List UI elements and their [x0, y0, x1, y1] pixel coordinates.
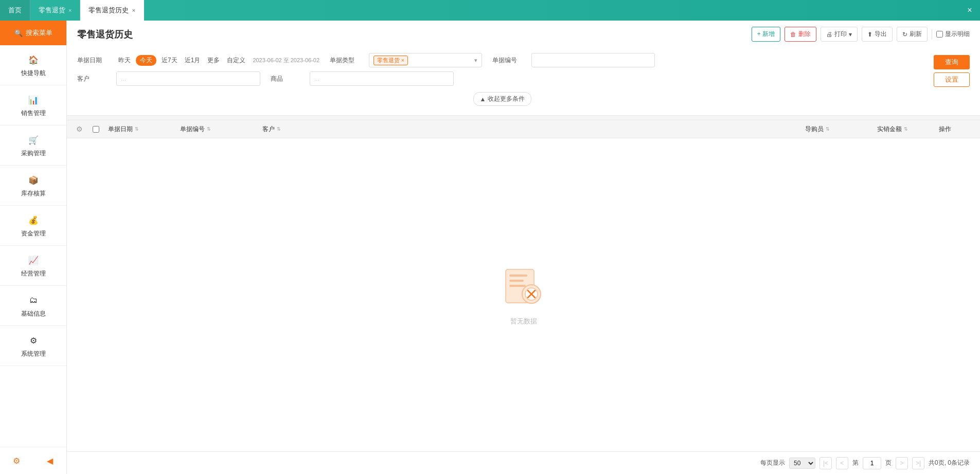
date-shortcut-1month[interactable]: 近1月 [183, 55, 203, 66]
sidebar-item-operations[interactable]: 📈 经营管理 [0, 246, 66, 286]
filter-bill-no-input[interactable] [531, 53, 655, 67]
content-area: 零售退货历史 + 新增 🗑 删除 🖨 打印 ▾ ⬆ [67, 21, 980, 474]
sidebar-item-sales-label: 销售管理 [21, 109, 46, 118]
empty-state: 暂无数据 [67, 138, 980, 451]
customer-placeholder: ... [121, 75, 126, 82]
th-guide[interactable]: 导购员 ⇅ [801, 125, 873, 134]
sidebar-item-purchase-label: 采购管理 [21, 149, 46, 158]
first-page-button[interactable]: |< [819, 457, 832, 469]
sidebar-item-inventory-label: 库存核算 [21, 189, 46, 198]
page-input[interactable] [863, 457, 881, 469]
basic-info-icon: 🗂 [26, 293, 41, 307]
empty-text: 暂无数据 [510, 317, 537, 326]
filter-bill-no-label: 单据编号 [492, 56, 528, 65]
bill-type-tag-label: 零售退货 [377, 57, 400, 64]
bill-type-dropdown-arrow: ▾ [474, 57, 477, 64]
refresh-button-label: 刷新 [910, 30, 922, 39]
delete-button[interactable]: 🗑 删除 [785, 27, 816, 42]
toolbar: + 新增 🗑 删除 🖨 打印 ▾ ⬆ 导出 [752, 27, 970, 42]
filter-settings-button[interactable]: 设置 [934, 72, 970, 87]
bill-type-tag[interactable]: 零售退货 × [373, 56, 408, 65]
th-bill-no-label: 单据编号 [180, 125, 205, 134]
last-page-button[interactable]: >| [912, 457, 924, 469]
th-amount[interactable]: 实销金额 ⇅ [873, 125, 935, 134]
table-settings-icon[interactable]: ⚙ [71, 125, 87, 133]
total-text: 共0页, 0条记录 [929, 459, 970, 467]
window-close-button[interactable]: × [959, 0, 980, 21]
filter-goods-select[interactable]: ... [310, 71, 454, 86]
new-button[interactable]: + 新增 [752, 27, 780, 42]
tab-retail-return[interactable]: 零售退货 × [30, 0, 80, 21]
sidebar-item-system[interactable]: ⚙ 系统管理 [0, 326, 66, 366]
date-shortcut-more[interactable]: 更多 [205, 55, 222, 66]
finance-icon: 💰 [26, 213, 41, 227]
filter-goods-label: 商品 [271, 75, 307, 83]
sidebar-item-basic-info[interactable]: 🗂 基础信息 [0, 286, 66, 326]
export-icon: ⬆ [867, 31, 872, 38]
print-button[interactable]: 🖨 打印 ▾ [821, 27, 858, 42]
date-range-text: 2023-06-02 至 2023-06-02 [253, 57, 319, 64]
date-shortcut-7days[interactable]: 近7天 [159, 55, 180, 66]
th-bill-no-sort-icon: ⇅ [207, 126, 211, 132]
th-customer-label: 客户 [262, 125, 275, 134]
export-button[interactable]: ⬆ 导出 [862, 27, 893, 42]
show-detail-checkbox[interactable] [936, 31, 943, 38]
table-header: ⚙ 单据日期 ⇅ 单据编号 ⇅ 客户 ⇅ 导购员 ⇅ [67, 120, 980, 138]
per-page-select[interactable]: 20 50 100 200 [789, 458, 815, 469]
tab-retail-return-history-close[interactable]: × [132, 7, 135, 13]
filter-date-field: 单据日期 昨天 今天 近7天 近1月 更多 自定义 2023-06-02 至 2… [77, 55, 319, 66]
th-operate-label: 操作 [939, 125, 951, 134]
date-shortcut-custom[interactable]: 自定义 [225, 55, 247, 66]
sidebar: 🔍 搜索菜单 🏠 快捷导航 📊 销售管理 🛒 采购管理 📦 库存核算 💰 资金管… [0, 21, 67, 474]
th-guide-label: 导购员 [805, 125, 824, 134]
filter-bill-type-field: 单据类型 零售退货 × ▾ [330, 53, 482, 67]
filter-bill-type-select[interactable]: 零售退货 × ▾ [369, 53, 482, 67]
filter-row-1: 单据日期 昨天 今天 近7天 近1月 更多 自定义 2023-06-02 至 2… [77, 53, 928, 67]
tab-home[interactable]: + 新增 首页 [0, 0, 30, 21]
th-date-sort-icon: ⇅ [135, 126, 139, 132]
next-page-button[interactable]: > [896, 457, 908, 469]
th-bill-no[interactable]: 单据编号 ⇅ [176, 125, 258, 134]
tab-retail-return-label: 零售退货 [39, 6, 65, 15]
empty-state-icon [498, 264, 549, 311]
table-select-all-checkbox[interactable] [87, 126, 104, 133]
query-button[interactable]: 查询 [934, 55, 970, 69]
sidebar-collapse-btn[interactable]: ◀ [42, 452, 58, 469]
th-date[interactable]: 单据日期 ⇅ [104, 125, 176, 134]
sidebar-item-finance[interactable]: 💰 资金管理 [0, 206, 66, 246]
select-all-checkbox[interactable] [93, 126, 99, 133]
tab-home-text: 首页 [8, 6, 22, 15]
sidebar-item-inventory[interactable]: 📦 库存核算 [0, 166, 66, 206]
delete-button-label: 删除 [798, 30, 811, 39]
svg-rect-2 [509, 280, 524, 282]
tab-retail-return-close[interactable]: × [68, 7, 72, 13]
sidebar-search[interactable]: 🔍 搜索菜单 [0, 21, 66, 45]
collapse-filter-button[interactable]: ▲ 收起更多条件 [473, 92, 532, 106]
nav-icon: 🏠 [26, 52, 41, 67]
th-operate: 操作 [935, 125, 976, 134]
collapse-icon: ▲ [480, 96, 486, 103]
sidebar-item-nav[interactable]: 🏠 快捷导航 [0, 45, 66, 85]
refresh-button[interactable]: ↻ 刷新 [897, 27, 928, 42]
tab-retail-return-history[interactable]: 零售退货历史 × [80, 0, 144, 21]
bill-type-tag-close[interactable]: × [401, 58, 404, 63]
prev-page-button[interactable]: < [836, 457, 848, 469]
th-customer[interactable]: 客户 ⇅ [258, 125, 801, 134]
page-header: 零售退货历史 + 新增 🗑 删除 🖨 打印 ▾ ⬆ [67, 21, 980, 116]
collapse-label: 收起更多条件 [488, 95, 525, 103]
date-shortcut-today[interactable]: 今天 [136, 55, 156, 66]
table-area: ⚙ 单据日期 ⇅ 单据编号 ⇅ 客户 ⇅ 导购员 ⇅ [67, 120, 980, 474]
sales-icon: 📊 [26, 93, 41, 107]
th-amount-label: 实销金额 [877, 125, 902, 134]
topbar-tabs: + 新增 首页 零售退货 × 零售退货历史 × [0, 0, 959, 21]
filter-container: 单据日期 昨天 今天 近7天 近1月 更多 自定义 2023-06-02 至 2… [77, 53, 970, 111]
date-shortcut-yesterday[interactable]: 昨天 [116, 55, 133, 66]
show-detail-checkbox-wrap[interactable]: 显示明细 [936, 30, 970, 39]
filter-bill-no-field: 单据编号 [492, 53, 655, 67]
toolbar-divider [932, 29, 932, 40]
operations-icon: 📈 [26, 253, 41, 267]
sidebar-item-sales[interactable]: 📊 销售管理 [0, 85, 66, 125]
sidebar-settings-btn[interactable]: ⚙ [8, 452, 25, 469]
filter-customer-select[interactable]: ... [116, 71, 260, 86]
sidebar-item-purchase[interactable]: 🛒 采购管理 [0, 125, 66, 166]
